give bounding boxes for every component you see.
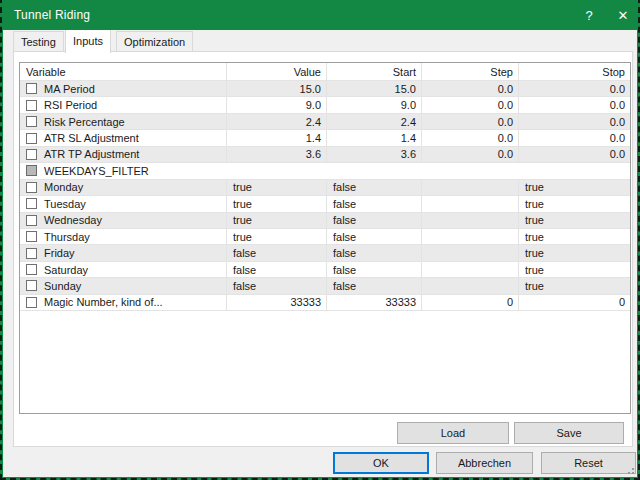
value-cell[interactable]: 0.0 (519, 114, 630, 129)
value-cell[interactable]: true (519, 262, 630, 277)
ok-button[interactable]: OK (333, 452, 429, 474)
value-cell[interactable]: true (519, 278, 630, 293)
row-checkbox[interactable] (26, 215, 37, 226)
value-cell[interactable] (422, 262, 519, 277)
value-cell[interactable]: 3.6 (227, 147, 327, 162)
value-cell[interactable]: false (227, 245, 327, 260)
row-checkbox[interactable] (26, 83, 37, 94)
value-cell[interactable]: true (519, 213, 630, 228)
value-cell[interactable] (422, 213, 519, 228)
value-cell[interactable] (422, 196, 519, 211)
column-header-variable[interactable]: Variable (20, 63, 227, 80)
value-cell[interactable]: true (227, 229, 327, 244)
value-cell[interactable]: false (327, 245, 422, 260)
value-cell[interactable] (422, 245, 519, 260)
table-row[interactable]: Fridayfalsefalsetrue (20, 245, 630, 261)
value-cell[interactable]: true (227, 213, 327, 228)
value-cell[interactable]: 0.0 (422, 97, 519, 112)
load-button[interactable]: Load (397, 422, 509, 444)
value-cell[interactable]: true (227, 180, 327, 195)
value-cell[interactable]: 0 (422, 295, 519, 310)
row-checkbox[interactable] (26, 297, 37, 308)
value-cell[interactable]: false (327, 262, 422, 277)
value-cell[interactable]: 0.0 (422, 114, 519, 129)
table-row[interactable]: Wednesdaytruefalsetrue (20, 213, 630, 229)
table-row[interactable]: ATR TP Adjustment3.63.60.00.0 (20, 147, 630, 163)
value-cell[interactable]: 0.0 (422, 81, 519, 96)
tab-inputs[interactable]: Inputs (65, 29, 111, 53)
tab-optimization[interactable]: Optimization (116, 31, 193, 52)
value-cell[interactable]: true (519, 229, 630, 244)
value-cell[interactable]: 2.4 (227, 114, 327, 129)
tab-testing[interactable]: Testing (13, 31, 64, 52)
table-row[interactable]: RSI Period9.09.00.00.0 (20, 97, 630, 113)
value-cell[interactable]: false (327, 229, 422, 244)
column-header-label: Variable (26, 66, 66, 78)
column-header-start[interactable]: Start (327, 63, 422, 80)
row-checkbox[interactable] (26, 231, 37, 242)
row-checkbox[interactable] (26, 280, 37, 291)
value-cell[interactable]: 0.0 (519, 147, 630, 162)
value-cell[interactable]: 0.0 (519, 81, 630, 96)
column-header-step[interactable]: Step (422, 63, 519, 80)
value-cell[interactable] (422, 229, 519, 244)
value-cell[interactable]: 33333 (227, 295, 327, 310)
value-cell[interactable]: 0.0 (422, 147, 519, 162)
value-cell[interactable]: 1.4 (327, 130, 422, 145)
value-cell[interactable]: false (327, 278, 422, 293)
column-header-value[interactable]: Value (227, 63, 327, 80)
row-checkbox[interactable] (26, 182, 37, 193)
variable-cell: WEEKDAYS_FILTER (20, 163, 630, 178)
table-row[interactable]: Magic Number, kind of...333333333300 (20, 295, 630, 311)
table-row[interactable]: ATR SL Adjustment1.41.40.00.0 (20, 130, 630, 146)
value-cell[interactable]: 0.0 (519, 97, 630, 112)
cancel-button[interactable]: Abbrechen (436, 452, 533, 474)
save-button[interactable]: Save (514, 422, 624, 444)
value-cell[interactable]: 0.0 (519, 130, 630, 145)
help-icon[interactable]: ? (572, 0, 606, 30)
value-cell[interactable]: 1.4 (227, 130, 327, 145)
value-cell[interactable]: false (327, 180, 422, 195)
value-cell[interactable]: 15.0 (227, 81, 327, 96)
value-cell[interactable]: 0.0 (422, 130, 519, 145)
row-checkbox[interactable] (26, 133, 37, 144)
value-cell[interactable]: 33333 (327, 295, 422, 310)
table-row[interactable]: Saturdayfalsefalsetrue (20, 262, 630, 278)
value-cell[interactable]: true (519, 180, 630, 195)
table-row[interactable]: Thursdaytruefalsetrue (20, 229, 630, 245)
value-cell[interactable]: true (519, 245, 630, 260)
value-cell[interactable] (422, 278, 519, 293)
value-cell[interactable]: 2.4 (327, 114, 422, 129)
reset-button[interactable]: Reset (541, 452, 636, 474)
value-cell[interactable]: false (227, 262, 327, 277)
table-row[interactable]: WEEKDAYS_FILTER (20, 163, 630, 179)
table-row[interactable]: Risk Percentage2.42.40.00.0 (20, 114, 630, 130)
value-cell[interactable]: 9.0 (227, 97, 327, 112)
row-checkbox[interactable] (26, 116, 37, 127)
row-checkbox[interactable] (26, 165, 37, 176)
title-bar[interactable]: Tunnel Riding ? ✕ (0, 0, 640, 30)
resize-grip[interactable] (623, 463, 635, 475)
value-cell[interactable]: 3.6 (327, 147, 422, 162)
value-cell[interactable]: true (227, 196, 327, 211)
value-cell[interactable]: false (227, 278, 327, 293)
value-cell[interactable] (422, 180, 519, 195)
table-row[interactable]: Mondaytruefalsetrue (20, 180, 630, 196)
value-cell[interactable]: 0 (519, 295, 630, 310)
table-row[interactable]: Sundayfalsefalsetrue (20, 278, 630, 294)
value-cell[interactable]: 9.0 (327, 97, 422, 112)
row-checkbox[interactable] (26, 198, 37, 209)
table-row[interactable]: Tuesdaytruefalsetrue (20, 196, 630, 212)
value-cell[interactable]: true (519, 196, 630, 211)
column-header-stop[interactable]: Stop (519, 63, 630, 80)
row-checkbox[interactable] (26, 100, 37, 111)
value-cell[interactable]: 15.0 (327, 81, 422, 96)
value-cell[interactable]: false (327, 196, 422, 211)
close-icon[interactable]: ✕ (606, 0, 640, 30)
row-checkbox[interactable] (26, 264, 37, 275)
row-checkbox[interactable] (26, 248, 37, 259)
value-cell[interactable]: false (327, 213, 422, 228)
table-header-row: Variable Value Start Step Stop (20, 63, 630, 81)
row-checkbox[interactable] (26, 149, 37, 160)
table-row[interactable]: MA Period15.015.00.00.0 (20, 81, 630, 97)
